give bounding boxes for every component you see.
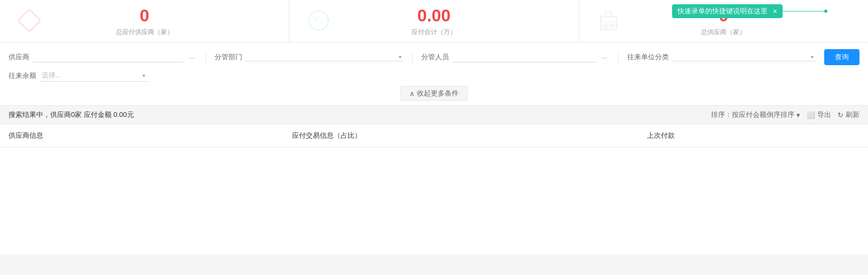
category-select[interactable]: ▾ bbox=[672, 53, 816, 61]
stat-label-total-suppliers: 总供应商（家） bbox=[701, 28, 746, 37]
svg-rect-9 bbox=[611, 24, 614, 27]
svg-point-3 bbox=[320, 21, 322, 23]
stat-payable-total: 0.00 应付合计（万） bbox=[289, 0, 579, 42]
export-label: 导出 bbox=[817, 110, 831, 120]
refresh-label: 刷新 bbox=[846, 110, 859, 120]
stat-total-suppliers: 快速录单的快捷键说明在这里 × 0 总供应商（家） bbox=[579, 0, 868, 42]
filter-category: 往来单位分类 ▾ bbox=[627, 52, 816, 62]
category-chevron-icon: ▾ bbox=[811, 54, 814, 60]
table-header: 供应商信息 应付交易信息（占比） 上次付款 bbox=[0, 124, 868, 147]
balance-label: 往来余额 bbox=[9, 71, 36, 81]
svg-rect-10 bbox=[607, 24, 610, 29]
department-label: 分管部门 bbox=[215, 52, 242, 62]
collapse-row: ∧ 收起更多条件 bbox=[9, 86, 859, 105]
table-body bbox=[0, 147, 868, 254]
diamond-icon bbox=[16, 7, 43, 35]
col-supplier-info: 供应商信息 bbox=[9, 131, 292, 140]
tooltip-text: 快速录单的快捷键说明在这里 bbox=[677, 6, 768, 16]
result-bar: 搜索结果中，供应商0家 应付金额 0.00元 排序：按应付会额倒序排序 ▾ ⬜ … bbox=[0, 106, 868, 124]
divider-1 bbox=[206, 52, 206, 62]
tooltip-bar: 快速录单的快捷键说明在这里 × bbox=[672, 4, 783, 18]
svg-rect-8 bbox=[603, 24, 606, 27]
export-btn[interactable]: ⬜ 导出 bbox=[807, 110, 831, 120]
divider-3 bbox=[618, 52, 619, 62]
stat-number-payable-total: 0.00 bbox=[417, 5, 451, 26]
supplier-dots-btn[interactable]: ··· bbox=[187, 53, 197, 61]
stat-label-payable-suppliers: 总应付供应商（家） bbox=[116, 28, 173, 37]
building-icon bbox=[595, 7, 622, 35]
refresh-icon: ↻ bbox=[838, 111, 843, 119]
col-last-payment: 上次付款 bbox=[647, 131, 860, 140]
collapse-icon: ∧ bbox=[409, 90, 415, 98]
stat-label-payable-total: 应付合计（万） bbox=[412, 28, 456, 37]
filter-row-2: 往来余额 选择... ▾ bbox=[9, 69, 859, 86]
svg-point-4 bbox=[318, 16, 320, 18]
balance-select[interactable]: 选择... ▾ bbox=[40, 69, 147, 82]
svg-point-2 bbox=[315, 18, 318, 20]
cookie-icon bbox=[305, 7, 332, 35]
filter-supplier: 供应商 ··· bbox=[9, 52, 197, 62]
divider-2 bbox=[412, 52, 413, 62]
sort-label: 排序：按应付会额倒序排序 bbox=[711, 110, 794, 120]
svg-rect-6 bbox=[606, 11, 611, 17]
person-dots-btn[interactable]: ··· bbox=[599, 53, 610, 61]
tooltip-close-btn[interactable]: × bbox=[773, 7, 777, 15]
svg-point-1 bbox=[309, 11, 328, 30]
collapse-label: 收起更多条件 bbox=[417, 89, 459, 98]
query-btn-wrap: 查询 bbox=[824, 49, 859, 65]
supplier-input-wrap bbox=[33, 52, 184, 62]
col-transaction-info: 应付交易信息（占比） bbox=[292, 131, 646, 140]
department-chevron-icon: ▾ bbox=[399, 54, 401, 60]
tooltip-dot bbox=[823, 9, 828, 14]
balance-chevron-icon: ▾ bbox=[143, 73, 145, 78]
person-input[interactable] bbox=[452, 52, 596, 62]
stat-number-payable-suppliers: 0 bbox=[140, 5, 149, 26]
stat-total-payable-suppliers: 0 总应付供应商（家） bbox=[0, 0, 289, 42]
filter-department: 分管部门 ▾ bbox=[215, 52, 403, 62]
supplier-label: 供应商 bbox=[9, 52, 29, 62]
result-text: 搜索结果中，供应商0家 应付金额 0.00元 bbox=[9, 110, 134, 120]
refresh-btn[interactable]: ↻ 刷新 bbox=[838, 110, 859, 120]
query-button[interactable]: 查询 bbox=[824, 49, 859, 65]
filter-balance: 往来余额 选择... ▾ bbox=[9, 69, 147, 82]
stats-bar: 0 总应付供应商（家） 0.00 应付合计（万） 快速录单的快捷键说明在这里 × bbox=[0, 0, 868, 43]
filter-row-1: 供应商 ··· 分管部门 ▾ 分管人员 ··· 往来单 bbox=[9, 49, 859, 65]
export-icon: ⬜ bbox=[807, 111, 815, 119]
category-label: 往来单位分类 bbox=[627, 52, 669, 62]
collapse-btn[interactable]: ∧ 收起更多条件 bbox=[400, 86, 468, 101]
svg-rect-0 bbox=[18, 9, 41, 32]
filter-bar: 供应商 ··· 分管部门 ▾ 分管人员 ··· 往来单 bbox=[0, 43, 868, 106]
person-input-wrap bbox=[452, 52, 596, 62]
svg-rect-5 bbox=[601, 17, 617, 29]
person-label: 分管人员 bbox=[421, 52, 449, 62]
sort-select[interactable]: 排序：按应付会额倒序排序 ▾ bbox=[711, 110, 800, 120]
supplier-input[interactable] bbox=[33, 52, 184, 62]
sort-chevron-icon: ▾ bbox=[796, 111, 800, 119]
department-select[interactable]: ▾ bbox=[246, 53, 403, 61]
balance-select-text: 选择... bbox=[42, 70, 140, 80]
result-actions: 排序：按应付会额倒序排序 ▾ ⬜ 导出 ↻ 刷新 bbox=[711, 110, 859, 120]
filter-person: 分管人员 ··· bbox=[421, 52, 610, 62]
